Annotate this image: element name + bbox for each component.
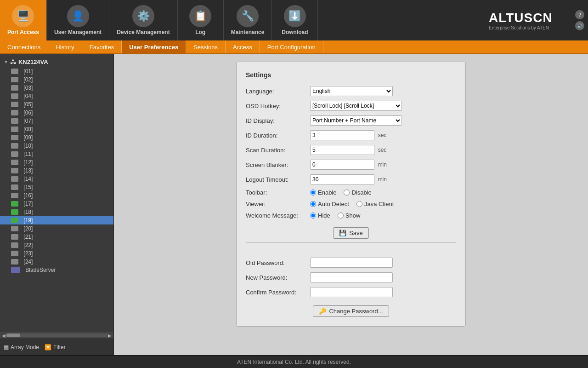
hscroll-thumb[interactable] [6,334,20,337]
hscroll-right[interactable]: ▶ [108,333,112,338]
sidebar-hscroll: ◀ ▶ [0,332,113,339]
change-password-button[interactable]: 🔑 Change Password... [313,305,389,317]
viewer-auto-radio[interactable] [310,201,316,207]
scan-duration-unit: sec [378,147,387,153]
viewer-row: Viewer: Auto Detect Java Client [246,201,456,207]
hscroll-left[interactable]: ◀ [2,333,6,338]
toolbar-disable-radio[interactable] [344,190,350,196]
tab-sessions[interactable]: Sessions [186,40,226,53]
filter-label: Filter [53,344,66,351]
speaker-icon[interactable]: 🔊 [575,21,584,30]
welcome-show-option[interactable]: Show [338,212,361,219]
status-bar: ATEN International Co. Ltd. All rights r… [0,355,588,368]
nav-device-management[interactable]: ⚙️ Device Management [109,0,177,40]
logout-timeout-input[interactable] [310,174,374,184]
viewer-java-option[interactable]: Java Client [356,201,394,207]
logout-timeout-label: Logout Timeout: [246,176,310,183]
tab-history[interactable]: History [48,40,82,53]
language-select[interactable]: English Chinese Japanese German French [310,86,393,96]
sidebar-item-11[interactable]: [11] [0,150,113,158]
sidebar-item-15[interactable]: [15] [0,183,113,191]
nav-port-access[interactable]: 🖥️ Port Access [0,0,47,40]
tab-favorites[interactable]: Favorites [82,40,122,53]
sidebar-item-03[interactable]: [03] [0,84,113,92]
sidebar-item-09[interactable]: [09] [0,133,113,142]
sidebar-item-07[interactable]: [07] [0,117,113,125]
sidebar-item-04[interactable]: [04] [0,92,113,100]
sidebar-item-24[interactable]: [24] [0,258,113,266]
old-password-row: Old Password: [246,258,456,268]
nav-log[interactable]: 📋 Log [178,0,224,40]
tab-user-preferences[interactable]: User Preferences [122,40,186,53]
tab-connections[interactable]: Connections [0,40,48,53]
sidebar-item-22[interactable]: [22] [0,241,113,249]
welcome-show-radio[interactable] [338,213,344,218]
viewer-java-radio[interactable] [356,201,362,207]
sidebar-item-01[interactable]: [01] [0,67,113,75]
screen-blanker-input[interactable] [310,160,374,170]
sidebar-item-14[interactable]: [14] [0,175,113,183]
nav-user-management[interactable]: 👤 User Management [47,0,109,40]
save-button[interactable]: 💾 Save [333,227,369,239]
sidebar-item-12[interactable]: [12] [0,158,113,167]
confirm-password-input[interactable] [310,287,393,297]
sidebar-item-13[interactable]: [13] [0,167,113,175]
screen-blanker-label: Screen Blanker: [246,161,310,168]
viewer-auto-option[interactable]: Auto Detect [310,201,349,207]
sidebar-root[interactable]: ▼ 🖧 KN2124VA [0,56,113,67]
status-text: ATEN International Co. Ltd. All rights r… [237,359,351,365]
toolbar-label: Toolbar: [246,189,310,196]
new-password-control [310,272,456,282]
sidebar-tree[interactable]: ▼ 🖧 KN2124VA [01] [02] [03] [04] [05] [0… [0,54,113,332]
nav-device-management-label: Device Management [117,29,170,35]
scan-duration-row: Scan Duration: sec [246,145,456,155]
sidebar-item-16[interactable]: [16] [0,191,113,200]
osd-hotkey-select[interactable]: [Scroll Lock] [Scroll Lock] [Ctrl] [Ctrl… [310,101,402,111]
sidebar-item-20[interactable]: [20] [0,224,113,233]
sidebar-item-10[interactable]: [10] [0,142,113,150]
logo-text: ALTUSCN [489,11,553,25]
collapse-icon[interactable]: ▼ [4,59,8,64]
screen-blanker-row: Screen Blanker: min [246,160,456,170]
nav-download[interactable]: ⬇️ Download [272,0,318,40]
device-management-icon: ⚙️ [132,5,154,27]
viewer-auto-label: Auto Detect [318,201,349,207]
tab-access[interactable]: Access [226,40,260,53]
welcome-hide-radio[interactable] [310,213,316,218]
help-icon[interactable]: ? [575,10,584,19]
sidebar-item-02[interactable]: [02] [0,75,113,84]
nav-maintenance-label: Maintenance [231,29,265,35]
settings-title: Settings [246,71,456,79]
port-access-icon: 🖥️ [12,5,34,27]
nav-maintenance[interactable]: 🔧 Maintenance [224,0,272,40]
sidebar-item-17[interactable]: [17] [0,200,113,208]
user-management-icon: 👤 [67,5,89,27]
old-password-input[interactable] [310,258,393,268]
scan-duration-input[interactable] [310,145,374,155]
id-display-row: ID Display: Port Number + Port Name Port… [246,115,456,126]
sidebar-item-23[interactable]: [23] [0,249,113,258]
sidebar-item-blade[interactable]: BladeServer [0,266,113,274]
settings-panel: Settings Language: English Chinese Japan… [236,62,466,327]
sidebar-item-18[interactable]: [18] [0,208,113,216]
id-display-select[interactable]: Port Number + Port Name Port Number Port… [310,115,402,126]
sidebar-item-05[interactable]: [05] [0,100,113,109]
filter-button[interactable]: 🔽 Filter [45,344,66,351]
toolbar-disable-option[interactable]: Disable [344,189,371,196]
sidebar-item-06[interactable]: [06] [0,109,113,117]
new-password-input[interactable] [310,272,393,282]
welcome-hide-option[interactable]: Hide [310,212,330,219]
id-duration-input[interactable] [310,130,374,140]
sidebar-item-08[interactable]: [08] [0,125,113,133]
hscroll-track [6,334,108,337]
tab-bar: Connections History Favorites User Prefe… [0,40,588,54]
sidebar-item-21[interactable]: [21] [0,233,113,241]
array-mode-button[interactable]: ▦ Array Mode [4,344,39,351]
language-control: English Chinese Japanese German French [310,86,456,96]
toolbar-enable-option[interactable]: Enable [310,189,336,196]
log-icon: 📋 [189,5,211,27]
sidebar-item-19[interactable]: [19] [0,216,113,224]
id-display-label: ID Display: [246,117,310,124]
toolbar-enable-radio[interactable] [310,190,316,196]
tab-port-configuration[interactable]: Port Configuration [260,40,323,53]
